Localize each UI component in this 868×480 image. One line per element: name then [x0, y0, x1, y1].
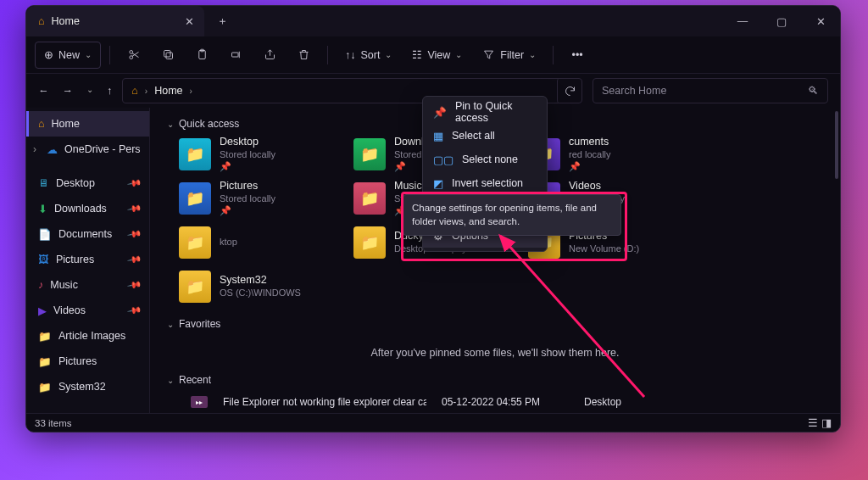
- tile-system32[interactable]: 📁 System32 OS (C:)\WINDOWS: [179, 267, 338, 306]
- scissors-icon: [128, 48, 141, 61]
- favorites-section: ⌄ Favorites After you've pinned some fil…: [150, 308, 840, 364]
- close-window-button[interactable]: ✕: [801, 6, 840, 36]
- scrollbar-thumb[interactable]: [835, 111, 838, 179]
- menu-pin-to-quick-access[interactable]: 📌 Pin to Quick access: [423, 100, 547, 124]
- history-chevron-icon[interactable]: ⌄: [86, 85, 93, 97]
- tile-text: ktop: [220, 237, 237, 248]
- select-all-icon: ▦: [433, 130, 443, 142]
- sidebar-item-documents[interactable]: 📄Documents📌: [26, 221, 149, 247]
- svg-rect-6: [231, 53, 238, 57]
- status-item-count: 33 items: [35, 418, 71, 428]
- folder-icon: 📄: [38, 228, 52, 241]
- refresh-button[interactable]: [557, 78, 582, 103]
- sidebar-item-system32[interactable]: 📁System32: [26, 374, 149, 399]
- menu-invert-selection[interactable]: ◩ Invert selection: [423, 171, 547, 195]
- add-tab-button[interactable]: ＋: [204, 6, 240, 36]
- sidebar-label: Pictures: [58, 355, 97, 367]
- section-label: Favorites: [179, 318, 220, 330]
- funnel-icon: [482, 48, 495, 61]
- folder-icon: 🖼: [38, 254, 49, 265]
- sidebar-item-onedrive[interactable]: ☁ OneDrive - Personal: [26, 137, 149, 162]
- pin-icon: 📌: [127, 277, 143, 293]
- folder-icon: ⬇: [38, 203, 47, 215]
- share-icon: [264, 48, 276, 61]
- chevron-down-icon: ⌄: [167, 120, 174, 129]
- search-placeholder: Search Home: [602, 85, 666, 97]
- sidebar-item-pictures[interactable]: 📁Pictures: [26, 349, 149, 374]
- folder-icon: 📁: [38, 330, 52, 343]
- view-button[interactable]: ☷ View ⌄: [403, 42, 470, 69]
- sidebar-label: Downloads: [54, 203, 107, 215]
- tile-desktop[interactable]: 📁 Desktop Stored locally 📌: [179, 135, 338, 174]
- folder-icon: 📁: [179, 138, 211, 170]
- tab-home[interactable]: ⌂ Home ✕: [26, 6, 204, 36]
- toolbar: ⊕ New ⌄ ↑↓ Sort ⌄ ☷ View ⌄ Filter ⌄ •••: [26, 36, 840, 74]
- sidebar-item-article-images[interactable]: 📁Article Images: [26, 323, 149, 349]
- tile-location: Stored locally: [220, 149, 275, 161]
- search-input[interactable]: Search Home 🔍︎: [593, 78, 828, 103]
- rename-button[interactable]: [220, 42, 251, 69]
- tile-documents[interactable]: 📁 cuments red locally 📌: [528, 135, 687, 174]
- video-file-icon: ▸▸: [191, 396, 208, 408]
- delete-button[interactable]: [288, 42, 319, 69]
- breadcrumb-home[interactable]: Home: [154, 85, 182, 97]
- recent-item-name: File Explorer not working file explorer …: [223, 396, 426, 408]
- section-header-favorites[interactable]: ⌄ Favorites: [167, 318, 823, 330]
- sidebar-label: Documents: [58, 228, 112, 240]
- tile-name: Pictures: [220, 180, 275, 193]
- sidebar-item-desktop[interactable]: 🖥Desktop📌: [26, 170, 149, 196]
- rename-icon: [230, 48, 242, 61]
- sidebar-item-pictures[interactable]: 🖼Pictures📌: [26, 247, 149, 272]
- menu-select-all[interactable]: ▦ Select all: [423, 124, 547, 148]
- new-button[interactable]: ⊕ New ⌄: [35, 42, 101, 69]
- details-view-icon[interactable]: ☰: [808, 416, 818, 429]
- forward-button[interactable]: →: [63, 85, 74, 97]
- section-header-recent[interactable]: ⌄ Recent: [167, 374, 823, 386]
- paste-button[interactable]: [186, 42, 217, 69]
- tiles-view-icon[interactable]: ◨: [821, 416, 832, 429]
- up-button[interactable]: ↑: [107, 85, 112, 97]
- trash-icon: [298, 48, 310, 61]
- svg-rect-3: [164, 51, 170, 58]
- sidebar-item-music[interactable]: ♪Music📌: [26, 272, 149, 298]
- cut-button[interactable]: [119, 42, 149, 69]
- copy-button[interactable]: [153, 42, 183, 69]
- share-button[interactable]: [254, 42, 285, 69]
- tile-name: Desktop: [220, 136, 275, 149]
- tile-pictures[interactable]: 📁 Pictures Stored locally 📌: [179, 179, 338, 218]
- tile-folder[interactable]: 📁 ktop: [179, 223, 338, 262]
- more-button[interactable]: •••: [562, 42, 593, 69]
- tile-location: New Volume (D:): [569, 243, 639, 255]
- folder-icon: 📁: [353, 138, 386, 170]
- recent-item[interactable]: ▸▸ File Explorer not working file explor…: [167, 391, 823, 408]
- folder-icon: 📁: [353, 226, 386, 259]
- home-icon: ⌂: [38, 118, 45, 130]
- pin-icon: 📌: [220, 205, 275, 217]
- select-none-icon: ▢▢: [433, 153, 453, 166]
- folder-icon: 📁: [38, 355, 52, 368]
- sort-button[interactable]: ↑↓ Sort ⌄: [337, 42, 400, 69]
- filter-button[interactable]: Filter ⌄: [474, 42, 544, 69]
- chevron-down-icon: ⌄: [167, 376, 174, 385]
- menu-select-none[interactable]: ▢▢ Select none: [423, 148, 547, 171]
- sidebar-item-downloads[interactable]: ⬇Downloads📌: [26, 196, 149, 221]
- sidebar-item-home[interactable]: ⌂ Home: [26, 111, 149, 137]
- sidebar-label: OneDrive - Personal: [64, 143, 141, 155]
- divider: [553, 46, 554, 64]
- pin-icon: 📌: [569, 161, 611, 173]
- sidebar-label: Article Images: [58, 330, 125, 342]
- minimize-button[interactable]: —: [723, 6, 762, 36]
- pin-icon: 📌: [127, 252, 143, 268]
- sidebar: ⌂ Home ☁ OneDrive - Personal 🖥Desktop📌⬇D…: [26, 108, 150, 413]
- sidebar-item-videos[interactable]: ▶Videos📌: [26, 298, 149, 323]
- sidebar-label: System32: [58, 381, 106, 393]
- back-button[interactable]: ←: [38, 85, 49, 97]
- pin-icon: 📌: [127, 303, 143, 319]
- maximize-button[interactable]: ▢: [762, 6, 801, 36]
- menu-label: Invert selection: [452, 177, 523, 189]
- chevron-right-icon: ›: [190, 87, 192, 96]
- sidebar-label: Desktop: [56, 177, 95, 189]
- close-tab-icon[interactable]: ✕: [185, 15, 194, 28]
- pin-icon: 📌: [127, 201, 143, 217]
- sort-label: Sort: [361, 49, 381, 61]
